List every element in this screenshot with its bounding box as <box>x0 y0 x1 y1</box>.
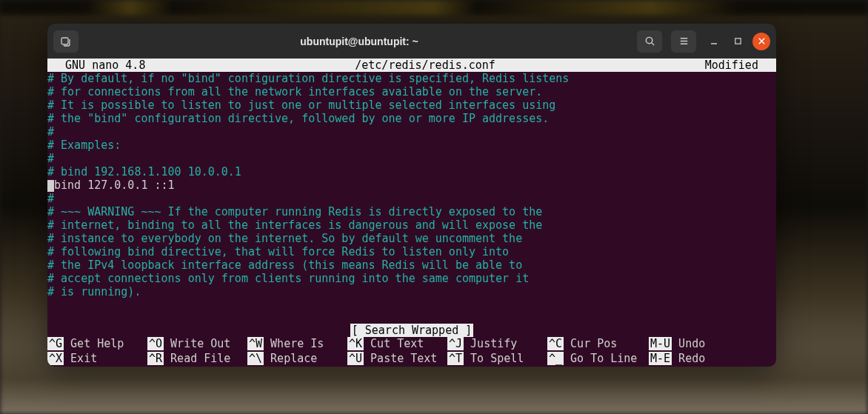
terminal-window: ubuntupit@ubuntupit: ~ <box>47 24 776 367</box>
svg-rect-7 <box>735 39 740 44</box>
editor-line: # internet, binding to all the interface… <box>47 218 776 232</box>
editor-line: # bind 192.168.1.100 10.0.0.1 <box>47 165 776 178</box>
minimize-icon <box>710 37 718 46</box>
svg-rect-0 <box>61 38 68 44</box>
nano-modified-label: Modified <box>705 59 772 72</box>
editor-line: # By default, if no "bind" configuration… <box>47 72 776 85</box>
window-title: ubuntupit@ubuntupit: ~ <box>81 36 637 47</box>
menu-button[interactable] <box>671 30 696 53</box>
shortcut-read-file: ^R Read File <box>147 352 247 365</box>
editor-line: # <box>47 125 776 138</box>
shortcut-paste-text: ^U Paste Text <box>347 352 447 365</box>
shortcut-undo: M-U Undo <box>649 337 715 350</box>
search-icon <box>644 36 655 47</box>
editor-line: # the "bind" configuration directive, fo… <box>47 112 776 125</box>
editor-line: # It is possible to listen to just one o… <box>47 99 776 112</box>
editor-line: # Examples: <box>47 138 776 152</box>
hamburger-icon <box>678 36 690 47</box>
editor-line: # accept connections only from clients r… <box>47 272 776 285</box>
maximize-icon <box>734 37 742 45</box>
minimize-button[interactable] <box>705 33 723 50</box>
shortcut-where-is: ^W Where Is <box>247 337 347 350</box>
editor-line: # is running). <box>47 285 776 298</box>
editor-line: # instance to everybody on the internet.… <box>47 232 776 245</box>
nano-app-label: GNU nano 4.8 <box>52 59 145 72</box>
shortcut-to-spell: ^T To Spell <box>447 352 547 365</box>
editor-line: # for connections from all the network i… <box>47 85 776 99</box>
editor-line-active: bind 127.0.0.1 ::1 <box>47 178 776 192</box>
svg-point-1 <box>646 37 652 43</box>
shortcut-get-help: ^G Get Help <box>47 337 147 350</box>
nano-shortcuts-row1: ^G Get Help ^O Write Out ^W Where Is ^K … <box>47 337 776 352</box>
editor-line-text: bind 127.0.0.1 ::1 <box>54 178 175 192</box>
maximize-button[interactable] <box>729 33 747 50</box>
editor-line: # ~~~ WARNING ~~~ If the computer runnin… <box>47 205 776 218</box>
new-tab-button[interactable] <box>53 30 79 53</box>
search-button[interactable] <box>637 30 662 53</box>
editor-line: # following bind directive, that will fo… <box>47 245 776 258</box>
editor-line: # the IPv4 loopback interface address (t… <box>47 258 776 272</box>
shortcut-exit: ^X Exit <box>47 352 147 365</box>
search-wrapped-label: [ Search Wrapped ] <box>350 324 474 337</box>
svg-line-2 <box>651 43 653 45</box>
shortcut-redo: M-E Redo <box>649 352 715 365</box>
nano-shortcuts-row2: ^X Exit ^R Read File ^\ Replace ^U Paste… <box>47 352 776 367</box>
shortcut-cut-text: ^K Cut Text <box>347 337 447 350</box>
editor-line: # <box>47 192 776 205</box>
nano-header: GNU nano 4.8 /etc/redis/redis.conf Modif… <box>47 59 776 72</box>
nano-status-message: [ Search Wrapped ] <box>47 324 776 337</box>
editor-line: # <box>47 152 776 165</box>
text-cursor <box>47 180 54 192</box>
shortcut-replace: ^\ Replace <box>247 352 347 365</box>
close-button[interactable] <box>752 33 770 50</box>
close-icon <box>758 37 766 45</box>
editor-area[interactable]: # By default, if no "bind" configuration… <box>47 72 776 324</box>
new-tab-icon <box>60 36 72 47</box>
shortcut-go-to-line: ^_ Go To Line <box>547 352 649 365</box>
shortcut-write-out: ^O Write Out <box>147 337 247 350</box>
nano-file-path: /etc/redis/redis.conf <box>145 59 704 72</box>
shortcut-justify: ^J Justify <box>447 337 547 350</box>
shortcut-cur-pos: ^C Cur Pos <box>547 337 649 350</box>
window-titlebar[interactable]: ubuntupit@ubuntupit: ~ <box>47 24 776 59</box>
